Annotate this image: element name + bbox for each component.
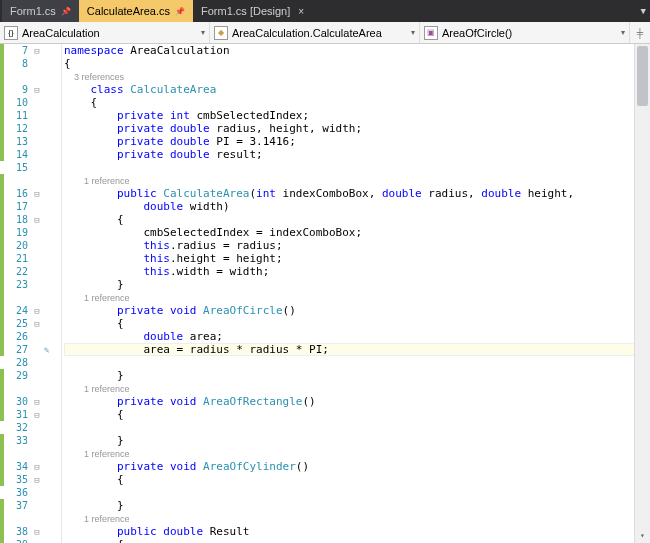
gutter-line: [0, 291, 61, 304]
code-line[interactable]: 1 reference: [64, 512, 650, 525]
code-line[interactable]: }: [64, 499, 650, 512]
code-line[interactable]: {: [64, 213, 650, 226]
line-number: 27: [4, 344, 32, 355]
line-number: 31: [4, 409, 32, 420]
code-line[interactable]: }: [64, 369, 650, 382]
fold-toggle-icon[interactable]: ⊟: [32, 189, 42, 199]
tab-calculatearea-cs[interactable]: CalculateArea.cs📌: [79, 0, 193, 22]
code-line[interactable]: [64, 356, 650, 369]
fold-toggle-icon[interactable]: ⊟: [32, 85, 42, 95]
code-line[interactable]: [64, 161, 650, 174]
code-line[interactable]: {: [64, 538, 650, 543]
code-line[interactable]: private void AreaOfCircle(): [64, 304, 650, 317]
fold-toggle-icon[interactable]: ⊟: [32, 46, 42, 56]
fold-toggle-icon[interactable]: ⊟: [32, 475, 42, 485]
chevron-down-icon: ▾: [201, 28, 205, 37]
gutter-line: 16⊟: [0, 187, 61, 200]
code-line[interactable]: class CalculateArea: [64, 83, 650, 96]
code-editor[interactable]: 7⊟89⊟10111213141516⊟1718⊟192021222324⊟25…: [0, 44, 650, 543]
code-line[interactable]: this.height = height;: [64, 252, 650, 265]
code-line[interactable]: [64, 486, 650, 499]
change-marker: [0, 447, 4, 460]
line-number: 28: [4, 357, 32, 368]
line-number: 29: [4, 370, 32, 381]
nav-class-dropdown[interactable]: ◆ AreaCalculation.CalculateArea ▾: [210, 22, 420, 43]
fold-toggle-icon[interactable]: ⊟: [32, 397, 42, 407]
gutter-line: 29: [0, 369, 61, 382]
code-line[interactable]: private double PI = 3.1416;: [64, 135, 650, 148]
code-area[interactable]: namespace AreaCalculation{ 3 references …: [62, 44, 650, 543]
line-number: 25: [4, 318, 32, 329]
nav-namespace-dropdown[interactable]: {} AreaCalculation ▾: [0, 22, 210, 43]
line-number: 13: [4, 136, 32, 147]
line-number: 18: [4, 214, 32, 225]
code-line[interactable]: {: [64, 96, 650, 109]
fold-toggle-icon[interactable]: ⊟: [32, 540, 42, 544]
code-line[interactable]: {: [64, 408, 650, 421]
code-line[interactable]: 1 reference: [64, 291, 650, 304]
pin-icon[interactable]: 📌: [175, 7, 185, 16]
fold-toggle-icon[interactable]: ⊟: [32, 410, 42, 420]
line-number: 17: [4, 201, 32, 212]
code-line[interactable]: this.width = width;: [64, 265, 650, 278]
gutter-line: 14: [0, 148, 61, 161]
line-number: 15: [4, 162, 32, 173]
tab-form1-cs[interactable]: Form1.cs📌: [2, 0, 79, 22]
gutter-line: 18⊟: [0, 213, 61, 226]
code-line[interactable]: public double Result: [64, 525, 650, 538]
code-line[interactable]: private double result;: [64, 148, 650, 161]
gutter-line: 8: [0, 57, 61, 70]
tabs-dropdown-icon[interactable]: ▼: [637, 6, 650, 16]
scroll-down-icon[interactable]: ▾: [635, 529, 650, 543]
gutter-line: 15: [0, 161, 61, 174]
nav-class-label: AreaCalculation.CalculateArea: [232, 27, 382, 39]
fold-toggle-icon[interactable]: ⊟: [32, 215, 42, 225]
code-line[interactable]: private double radius, height, width;: [64, 122, 650, 135]
gutter-line: 31⊟: [0, 408, 61, 421]
code-line[interactable]: {: [64, 317, 650, 330]
code-line[interactable]: double width): [64, 200, 650, 213]
gutter-line: 36: [0, 486, 61, 499]
code-line[interactable]: area = radius * radius * PI;: [64, 343, 650, 356]
tab-form1-cs-design-[interactable]: Form1.cs [Design]×: [193, 0, 312, 22]
fold-toggle-icon[interactable]: ⊟: [32, 319, 42, 329]
gutter-line: 9⊟: [0, 83, 61, 96]
code-line[interactable]: public CalculateArea(int indexComboBox, …: [64, 187, 650, 200]
code-line[interactable]: 1 reference: [64, 174, 650, 187]
close-icon[interactable]: ×: [298, 6, 304, 17]
gutter-line: 17: [0, 200, 61, 213]
pin-icon[interactable]: 📌: [61, 7, 71, 16]
fold-toggle-icon[interactable]: ⊟: [32, 462, 42, 472]
line-number: 11: [4, 110, 32, 121]
fold-toggle-icon[interactable]: ⊟: [32, 527, 42, 537]
gutter: 7⊟89⊟10111213141516⊟1718⊟192021222324⊟25…: [0, 44, 62, 543]
gutter-line: 21: [0, 252, 61, 265]
tab-bar: Form1.cs📌CalculateArea.cs📌Form1.cs [Desi…: [0, 0, 650, 22]
code-line[interactable]: 1 reference: [64, 382, 650, 395]
gutter-line: 19: [0, 226, 61, 239]
code-line[interactable]: double area;: [64, 330, 650, 343]
gutter-line: 10: [0, 96, 61, 109]
vertical-scrollbar[interactable]: ▴ ▾: [634, 44, 650, 543]
scroll-thumb[interactable]: [637, 46, 648, 106]
gutter-line: 35⊟: [0, 473, 61, 486]
code-line[interactable]: }: [64, 278, 650, 291]
code-line[interactable]: 3 references: [64, 70, 650, 83]
fold-toggle-icon[interactable]: ⊟: [32, 306, 42, 316]
class-icon: ◆: [214, 26, 228, 40]
code-line[interactable]: }: [64, 434, 650, 447]
code-line[interactable]: private void AreaOfRectangle(): [64, 395, 650, 408]
code-line[interactable]: namespace AreaCalculation: [64, 44, 650, 57]
code-line[interactable]: 1 reference: [64, 447, 650, 460]
code-line[interactable]: private void AreaOfCylinder(): [64, 460, 650, 473]
split-view-icon[interactable]: ╪: [630, 22, 650, 43]
code-line[interactable]: cmbSelectedIndex = indexComboBox;: [64, 226, 650, 239]
code-line[interactable]: [64, 421, 650, 434]
code-line[interactable]: private int cmbSelectedIndex;: [64, 109, 650, 122]
code-line[interactable]: {: [64, 57, 650, 70]
code-line[interactable]: this.radius = radius;: [64, 239, 650, 252]
gutter-line: 37: [0, 499, 61, 512]
code-line[interactable]: {: [64, 473, 650, 486]
nav-member-dropdown[interactable]: ▣ AreaOfCircle() ▾: [420, 22, 630, 43]
line-number: 33: [4, 435, 32, 446]
